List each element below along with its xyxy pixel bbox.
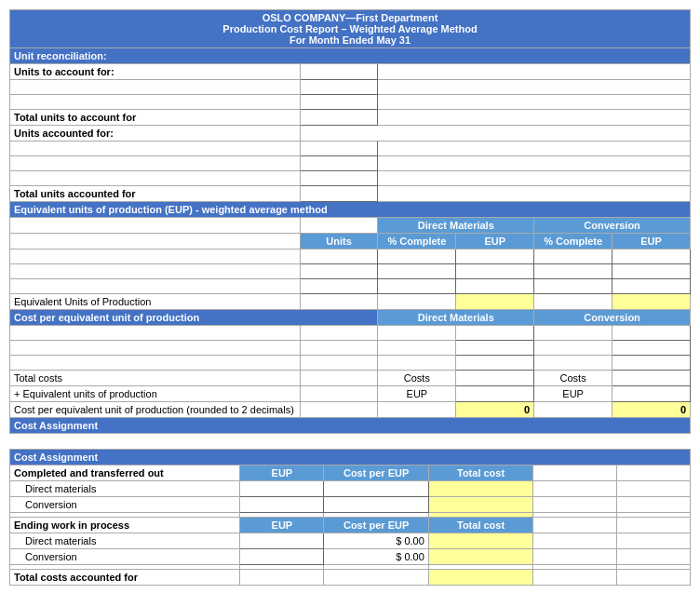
eup-row-1-units[interactable] (300, 250, 378, 264)
ewip-cv-total-cost (428, 549, 532, 565)
completed-dm-total-cost (428, 481, 532, 497)
equiv-units-cv-input[interactable] (612, 386, 691, 402)
completed-cost-per-eup-col: Cost per EUP (324, 465, 428, 481)
eup-total-cv-eup[interactable] (612, 294, 691, 310)
bottom-cost-assignment-header: Cost Assignment (10, 450, 691, 465)
units-row-1-label (10, 80, 301, 95)
cost-per-eup-header: Cost per equivalent unit of production (10, 310, 378, 326)
eup-total-label: Equivalent Units of Production (10, 294, 301, 310)
cost-row-3-dm[interactable] (456, 356, 534, 371)
total-costs-accounted-label: Total costs accounted for (10, 570, 240, 586)
completed-dm-eup-input[interactable] (240, 481, 324, 497)
eup-row-1-cv-eup[interactable] (612, 250, 691, 264)
eup-row-1-dm-eup[interactable] (456, 250, 534, 264)
ewip-cost-per-eup-col: Cost per EUP (324, 518, 428, 533)
report-title-row: OSLO COMPANY—First Department Production… (10, 10, 691, 48)
total-units-accounted-input[interactable] (300, 186, 378, 202)
units-col-header: Units (300, 234, 378, 250)
costs-label-dm: Costs (378, 371, 456, 386)
eup-section-header: Equivalent units of production (EUP) - w… (10, 202, 691, 218)
units-row-2-input[interactable] (300, 95, 378, 110)
total-units-to-account-input[interactable] (300, 110, 378, 126)
cost-cv-header: Conversion (534, 310, 691, 326)
ewip-cv-dollar: $ (396, 551, 401, 562)
uaf-row-2-input[interactable] (300, 156, 378, 171)
eup-row-3-units[interactable] (300, 279, 378, 294)
cost-per-eup-dm-value: 0 (456, 402, 534, 418)
total-units-accounted-label: Total units accounted for (10, 186, 301, 202)
uaf-row-1-label (10, 142, 301, 156)
dm-pct-col-header: % Complete (378, 234, 456, 250)
eup-row-3-dm-pct[interactable] (378, 279, 456, 294)
eup-row-2-units[interactable] (300, 264, 378, 279)
cost-dm-header: Direct Materials (378, 310, 534, 326)
total-costs-label: Total costs (10, 371, 301, 386)
completed-eup-col: EUP (240, 465, 324, 481)
eup-row-2-dm-eup[interactable] (456, 264, 534, 279)
desc-col-header (10, 234, 301, 250)
empty-col (10, 218, 301, 234)
completed-dm-cost-per-eup-input[interactable] (324, 481, 428, 497)
completed-label: Completed and transferred out (10, 465, 240, 481)
eup-row-1-dm-pct[interactable] (378, 250, 456, 264)
cost-row-1-dm[interactable] (456, 326, 534, 341)
eup-label-cv: EUP (534, 386, 612, 402)
completed-total-cost-col: Total cost (428, 465, 532, 481)
eup-row-3-label (10, 279, 301, 294)
cost-per-eup-rounded-label: Cost per equivalent unit of production (… (10, 402, 301, 418)
eup-row-1-label (10, 250, 301, 264)
completed-cv-cost-per-eup-input[interactable] (324, 497, 428, 513)
direct-materials-header: Direct Materials (378, 218, 534, 234)
uaf-row-2-label (10, 156, 301, 171)
eup-total-dm-eup[interactable] (456, 294, 534, 310)
eup-row-3-dm-eup[interactable] (456, 279, 534, 294)
ewip-dm-total-cost (428, 533, 532, 549)
dm-eup-col-header: EUP (456, 234, 534, 250)
completed-dm-label: Direct materials (10, 481, 240, 497)
costs-label-cv: Costs (534, 371, 612, 386)
units-to-account-for-label: Units to account for: (10, 64, 301, 80)
report-title-line2: Production Cost Report – Weighted Averag… (14, 23, 686, 34)
total-costs-cv-input[interactable] (612, 371, 691, 386)
completed-cv-total-cost (428, 497, 532, 513)
uaf-row-3-input[interactable] (300, 171, 378, 186)
ewip-dm-eup-input[interactable] (240, 533, 324, 549)
eup-row-3-cv-eup[interactable] (612, 279, 691, 294)
cost-row-3-cv[interactable] (612, 356, 691, 371)
cost-row-3-label (10, 356, 301, 371)
ewip-cv-val: 0.00 (404, 551, 424, 562)
uaf-row-3-label (10, 171, 301, 186)
report-title-line1: OSLO COMPANY—First Department (14, 12, 686, 23)
units-col (300, 218, 378, 234)
cost-row-2-cv[interactable] (612, 341, 691, 356)
eup-row-1-cv-pct[interactable] (534, 250, 612, 264)
ewip-cv-eup-input[interactable] (240, 549, 324, 565)
uaf-row-1-input[interactable] (300, 142, 378, 156)
eup-row-2-cv-pct[interactable] (534, 264, 612, 279)
ewip-cv-cost-cell: $ 0.00 (324, 549, 428, 565)
cost-row-1-cv[interactable] (612, 326, 691, 341)
eup-row-2-cv-eup[interactable] (612, 264, 691, 279)
ewip-cv-label: Conversion (10, 549, 240, 565)
eup-row-2-dm-pct[interactable] (378, 264, 456, 279)
ewip-dm-val: 0.00 (404, 535, 424, 546)
cost-row-2-dm[interactable] (456, 341, 534, 356)
total-costs-dm-input[interactable] (456, 371, 534, 386)
conversion-header: Conversion (534, 218, 691, 234)
cv-pct-col-header: % Complete (534, 234, 612, 250)
ewip-eup-col: EUP (240, 518, 324, 533)
eup-row-2-label (10, 264, 301, 279)
equiv-units-dm-input[interactable] (456, 386, 534, 402)
eup-row-3-cv-pct[interactable] (534, 279, 612, 294)
unit-reconciliation-header: Unit reconciliation: (10, 48, 691, 64)
ewip-dm-cost-cell: $ 0.00 (324, 533, 428, 549)
cost-row-1-label (10, 326, 301, 341)
ewip-dm-dollar: $ (396, 535, 401, 546)
completed-cv-eup-input[interactable] (240, 497, 324, 513)
units-to-account-input-1[interactable] (300, 64, 378, 80)
eup-label-dm: EUP (378, 386, 456, 402)
ewip-label: Ending work in process (10, 518, 240, 533)
report-title-line3: For Month Ended May 31 (14, 34, 686, 46)
units-row-1-input[interactable] (300, 80, 378, 95)
cost-assignment-header: Cost Assignment (10, 418, 691, 434)
